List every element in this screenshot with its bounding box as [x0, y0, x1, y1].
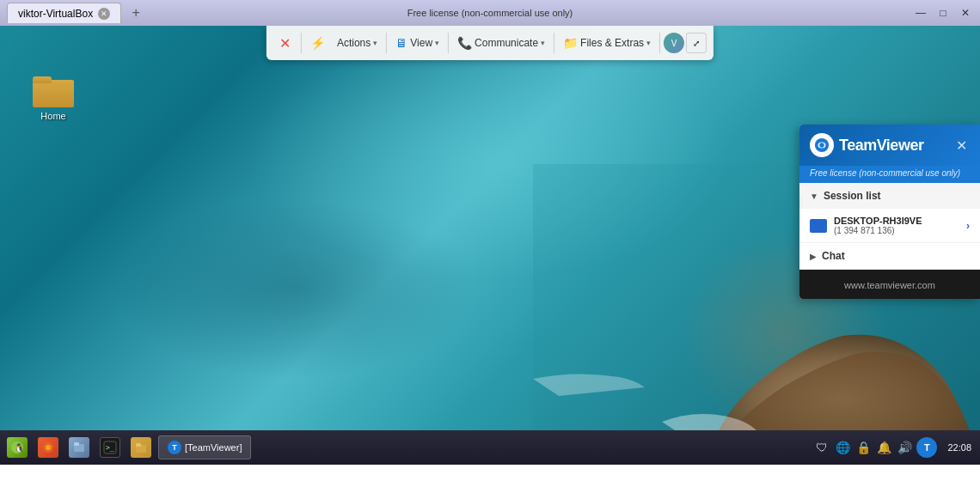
- session-item-desktop[interactable]: DESKTOP-RH3I9VE (1 394 871 136) ›: [799, 209, 980, 242]
- toolbar-close-button[interactable]: ✕: [273, 31, 297, 55]
- files-chevron-icon: ▾: [646, 39, 651, 47]
- user-avatar[interactable]: V: [664, 33, 684, 53]
- panel-close-icon: ✕: [956, 137, 967, 154]
- taskbar: 🐧 >_ T [TeamViewer]: [0, 430, 980, 465]
- taskbar-firefox-icon[interactable]: [34, 434, 62, 461]
- firefox-browser-icon: [38, 437, 58, 458]
- files-icon: 📁: [563, 36, 578, 50]
- virtual-desktop: Home ✕ ⚡: [0, 26, 980, 465]
- toolbar-expand-button[interactable]: ⤢: [686, 33, 707, 53]
- svg-point-6: [46, 445, 51, 450]
- toolbar-separator-4: [554, 33, 554, 53]
- view-chevron-icon: ▾: [435, 39, 439, 47]
- svg-text:>_: >_: [106, 444, 114, 452]
- toolbar-separator-3: [448, 33, 449, 53]
- session-list-label: Session list: [824, 190, 881, 202]
- toolbar-flash-item: ⚡: [305, 33, 330, 53]
- folder-icon: [33, 73, 74, 107]
- actions-chevron-icon: ▾: [373, 39, 377, 47]
- teamviewer-toolbar: ✕ ⚡ Actions ▾ 🖥 View ▾ 📞 Communicate ▾ 📁…: [266, 26, 714, 60]
- browser-chrome: viktor-VirtualBox ✕ + Free license (non-…: [0, 0, 980, 26]
- teamviewer-panel-header: TeamViewer ✕: [799, 125, 980, 166]
- linux-logo-icon: 🐧: [7, 437, 28, 458]
- taskbar-right-area: 🛡 🌐 🔒 🔔 🔊 T 22:08: [813, 437, 977, 458]
- session-computer-id: (1 394 871 136): [834, 226, 959, 235]
- tray-lock-icon[interactable]: 🔒: [854, 439, 872, 456]
- browser-tab[interactable]: viktor-VirtualBox ✕: [7, 3, 121, 23]
- system-clock: 22:08: [942, 442, 977, 453]
- taskbar-window-label: [TeamViewer]: [185, 442, 242, 453]
- chat-arrow-icon: ▶: [810, 252, 817, 261]
- taskbar-terminal-icon[interactable]: >_: [96, 434, 124, 461]
- toolbar-actions-item[interactable]: Actions ▾: [332, 33, 383, 52]
- session-arrow-right-icon: ›: [966, 220, 970, 232]
- toolbar-communicate-item[interactable]: 📞 Communicate ▾: [452, 33, 550, 53]
- taskbar-teamviewer-window[interactable]: T [TeamViewer]: [158, 435, 251, 459]
- toolbar-separator-5: [659, 33, 660, 53]
- close-icon: ✕: [279, 35, 291, 52]
- home-desktop-icon[interactable]: Home: [26, 73, 81, 121]
- communicate-icon: 📞: [457, 36, 472, 50]
- folder-taskbar-icon: [131, 437, 151, 458]
- flash-icon: ⚡: [310, 36, 325, 50]
- system-tray: 🛡 🌐 🔒 🔔 🔊 T: [813, 437, 937, 458]
- tray-network-icon[interactable]: 🌐: [834, 439, 851, 456]
- home-icon-label: Home: [40, 111, 65, 121]
- teamviewer-logo-icon: [810, 133, 834, 157]
- svg-rect-12: [136, 443, 141, 447]
- taskbar-folder-icon[interactable]: [127, 434, 155, 461]
- teamviewer-logo: TeamViewer: [810, 133, 923, 157]
- svg-point-2: [819, 143, 824, 147]
- session-list-header[interactable]: ▼ Session list: [799, 183, 980, 209]
- tray-shield-icon[interactable]: 🛡: [813, 439, 830, 456]
- chat-section: ▶ Chat: [799, 243, 980, 270]
- computer-icon: [810, 219, 827, 233]
- tray-bell-icon[interactable]: 🔔: [875, 439, 892, 456]
- view-icon: 🖥: [395, 36, 407, 50]
- taskbar-linux-icon[interactable]: 🐧: [3, 434, 31, 461]
- tray-teamviewer-icon[interactable]: T: [916, 437, 937, 458]
- terminal-icon: >_: [100, 437, 120, 458]
- license-text: Free license (non-commercial use only): [407, 8, 573, 18]
- toolbar-separator-1: [301, 33, 302, 53]
- taskbar-files-icon[interactable]: [65, 434, 93, 461]
- tab-close-button[interactable]: ✕: [98, 8, 110, 20]
- new-tab-button[interactable]: +: [126, 3, 145, 22]
- toolbar-view-item[interactable]: 🖥 View ▾: [390, 33, 444, 53]
- communicate-label: Communicate: [475, 37, 538, 49]
- tab-label: viktor-VirtualBox: [18, 8, 93, 20]
- tray-volume-icon[interactable]: 🔊: [896, 439, 913, 456]
- chat-header[interactable]: ▶ Chat: [799, 243, 980, 269]
- window-controls: — □ ✕: [913, 5, 973, 21]
- teamviewer-panel: › TeamViewer ✕ Free license (non-commerc…: [799, 125, 980, 299]
- toolbar-files-item[interactable]: 📁 Files & Extras ▾: [558, 33, 656, 53]
- panel-body: ▼ Session list DESKTOP-RH3I9VE (1 394 87…: [799, 183, 980, 270]
- session-computer-name: DESKTOP-RH3I9VE: [834, 216, 959, 226]
- panel-license-bar: Free license (non-commercial use only): [799, 166, 980, 183]
- panel-footer: www.teamviewer.com: [799, 270, 980, 299]
- panel-license-text: Free license (non-commercial use only): [810, 168, 960, 178]
- svg-rect-8: [74, 442, 79, 446]
- communicate-chevron-icon: ▾: [541, 39, 545, 47]
- chat-label: Chat: [822, 250, 845, 262]
- actions-label: Actions: [337, 37, 371, 49]
- files-label: Files & Extras: [580, 37, 644, 49]
- minimize-button[interactable]: —: [913, 5, 928, 21]
- panel-close-button[interactable]: ✕: [952, 137, 970, 154]
- session-list-arrow-icon: ▼: [810, 192, 818, 201]
- session-list-section: ▼ Session list DESKTOP-RH3I9VE (1 394 87…: [799, 183, 980, 243]
- maximize-button[interactable]: □: [935, 5, 951, 21]
- toolbar-separator-2: [386, 33, 387, 53]
- session-info: DESKTOP-RH3I9VE (1 394 871 136): [834, 216, 959, 235]
- teamviewer-website-link[interactable]: www.teamviewer.com: [844, 280, 935, 290]
- teamviewer-title: TeamViewer: [839, 137, 923, 155]
- svg-text:🐧: 🐧: [14, 442, 24, 453]
- close-window-button[interactable]: ✕: [958, 5, 973, 21]
- taskbar-tv-icon: T: [168, 441, 181, 454]
- file-manager-icon: [69, 437, 89, 458]
- expand-icon: ⤢: [693, 39, 700, 48]
- view-label: View: [410, 37, 432, 49]
